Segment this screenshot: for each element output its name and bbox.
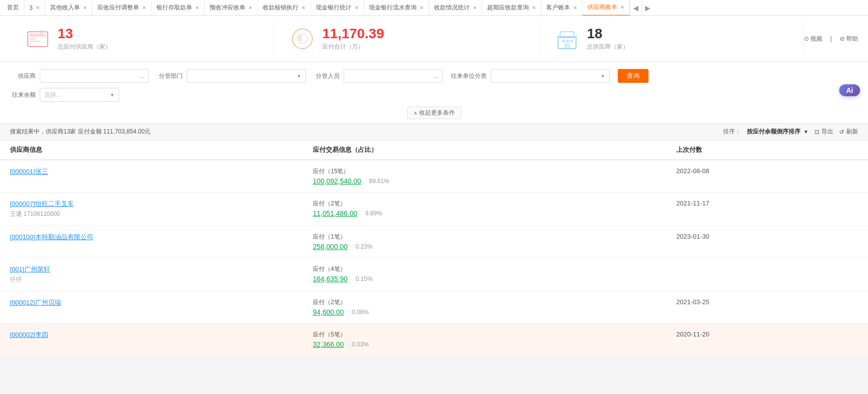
supplier-link[interactable]: [001]广州荣轩 <box>10 265 50 273</box>
svg-rect-15 <box>574 36 578 38</box>
help-icon: ⊘ <box>840 35 845 42</box>
close-icon[interactable]: ✕ <box>620 4 624 10</box>
last-payment-date: 2021-11-17 <box>676 199 710 207</box>
table-row[interactable]: [000002]李四 应付（5笔） 32,366.00 0.03% 2020-1… <box>0 324 868 356</box>
dept-label: 分管部门 <box>157 72 183 80</box>
nav-arrow-left[interactable]: ◀ <box>630 0 642 16</box>
table-body: [000001]张三 应付（15笔） 100,092,540.00 89.61%… <box>0 160 868 356</box>
balance-dropdown-icon: ▼ <box>110 92 115 98</box>
help-btn[interactable]: ⊘ 帮助 <box>840 35 858 43</box>
nav-tab-home[interactable]: 首页 <box>2 0 24 16</box>
stat-card-total-suppliers: 18 总供应商（家） <box>539 22 804 56</box>
person-input[interactable]: ... <box>344 69 443 83</box>
nav-tab-customer[interactable]: 客户账本 ✕ <box>541 0 582 16</box>
transaction-cell: 应付（2笔） 11,051,486.00 9.89% <box>313 199 676 217</box>
supplier-link[interactable]: [000001]张三 <box>10 168 48 175</box>
balance-placeholder: 选择... <box>44 91 61 99</box>
close-icon[interactable]: ✕ <box>195 5 199 10</box>
nav-tab-collection-exec[interactable]: 收款核销执行 ✕ <box>258 0 311 16</box>
transaction-row: 100,092,540.00 89.61% <box>313 177 676 185</box>
nav-tab-collection-stat[interactable]: 收款情况统计 ✕ <box>429 0 482 16</box>
nav-tab-overdue[interactable]: 超期应收款查询 ✕ <box>482 0 541 16</box>
svg-rect-10 <box>562 40 565 43</box>
category-input[interactable]: ▼ <box>491 69 610 83</box>
nav-tab-3-label: 3 <box>29 4 33 11</box>
transaction-amount[interactable]: 32,366.00 <box>313 340 344 348</box>
nav-tab-cash-bank-flow-label: 现金银行流水查询 <box>369 3 417 12</box>
last-payment-cell: 2021-11-17 <box>676 199 858 207</box>
refresh-button[interactable]: ↺ 刷新 <box>839 128 858 136</box>
nav-tab-ap-adjust[interactable]: 应收应付调整单 ✕ <box>92 0 151 16</box>
supplier-input[interactable]: ... <box>40 69 149 83</box>
supplier-info-cell: [000002]李四 <box>10 330 313 339</box>
close-icon[interactable]: ✕ <box>573 5 577 10</box>
transaction-row: 94,600.00 0.08% <box>313 308 676 316</box>
header-last-payment: 上次付数 <box>676 145 858 154</box>
transaction-percentage: 0.15% <box>356 275 372 282</box>
sort-value[interactable]: 按应付余额倒序排序 ▼ <box>747 128 808 136</box>
close-icon[interactable]: ✕ <box>532 5 536 10</box>
close-icon[interactable]: ✕ <box>473 5 477 10</box>
supplier-link[interactable]: [000002]李四 <box>10 331 48 338</box>
nav-tab-other-income-label: 其他收入单 <box>50 3 80 12</box>
result-actions: 排序： 按应付余额倒序排序 ▼ ⊡ 导出 ↺ 刷新 <box>723 128 858 136</box>
table-row[interactable]: [001]广州荣轩 仔仔 应付（4笔） 164,635.90 0.15% <box>0 258 868 291</box>
top-navigation: 首页 3 ✕ 其他收入单 ✕ 应收应付调整单 ✕ 银行存取款单 ✕ 预收冲应收单… <box>0 0 868 16</box>
close-icon[interactable]: ✕ <box>248 5 252 10</box>
filter-row-1: 供应商 ... 分管部门 ▼ 分管人员 ... 往来单位分类 <box>10 69 858 83</box>
dept-input[interactable]: ▼ <box>187 69 306 83</box>
supplier-info-cell: [000007]恒旺二手叉车 王通 17106110000 <box>10 199 313 218</box>
transaction-amount[interactable]: 94,600.00 <box>313 308 344 316</box>
transaction-amount[interactable]: 100,092,540.00 <box>313 177 361 185</box>
nav-tab-overdue-label: 超期应收款查询 <box>487 3 529 12</box>
nav-tab-cash-bank-flow[interactable]: 现金银行流水查询 ✕ <box>364 0 429 16</box>
balance-input[interactable]: 选择... ▼ <box>40 88 119 102</box>
transaction-percentage: 0.23% <box>356 243 372 250</box>
filter-item-balance: 往来余额 选择... ▼ <box>10 88 119 102</box>
nav-tab-bank-deposit[interactable]: 银行存取款单 ✕ <box>151 0 205 16</box>
supplier-link[interactable]: [000100]本特勤油品有限公司 <box>10 233 93 241</box>
export-button[interactable]: ⊡ 导出 <box>814 128 833 136</box>
video-btn[interactable]: ⊙ 视频 <box>804 35 822 43</box>
sort-dropdown-icon: ▼ <box>803 129 808 134</box>
person-label: 分管人员 <box>314 72 340 80</box>
transaction-info: 应付（1笔） 258,000.00 0.23% <box>313 233 676 251</box>
last-payment-date: 2022-08-08 <box>676 167 710 175</box>
total-suppliers-number: 18 <box>587 27 629 41</box>
svg-rect-12 <box>570 40 573 43</box>
transaction-info: 应付（4笔） 164,635.90 0.15% <box>313 265 676 283</box>
supplier-link[interactable]: [000007]恒旺二手叉车 <box>10 200 74 207</box>
transaction-amount[interactable]: 258,000.00 <box>313 243 348 251</box>
nav-tab-collection-stat-label: 收款情况统计 <box>434 3 470 12</box>
close-icon[interactable]: ✕ <box>420 5 424 10</box>
nav-tab-3[interactable]: 3 ✕ <box>24 0 45 16</box>
table-row[interactable]: [000012]广州贝瑞 应付（2笔） 94,600.00 0.08% 2021… <box>0 291 868 324</box>
supplier-link[interactable]: [000012]广州贝瑞 <box>10 299 61 306</box>
transaction-amount[interactable]: 11,051,486.00 <box>313 209 358 217</box>
close-icon[interactable]: ✕ <box>83 5 87 10</box>
payable-amount-label: 应付合计（万） <box>322 43 384 51</box>
stat-info-amount: 11,170.39 应付合计（万） <box>322 27 384 51</box>
dept-dropdown-icon: ▼ <box>296 73 301 79</box>
nav-tab-advance-collect[interactable]: 预收冲应收单 ✕ <box>205 0 258 16</box>
supplier-info-cell: [000001]张三 <box>10 167 313 176</box>
table-row[interactable]: [000100]本特勤油品有限公司 应付（1笔） 258,000.00 0.23… <box>0 226 868 258</box>
table-row[interactable]: [000007]恒旺二手叉车 王通 17106110000 应付（2笔） 11,… <box>0 193 868 226</box>
query-button[interactable]: 查询 <box>618 69 649 83</box>
close-icon[interactable]: ✕ <box>142 5 146 10</box>
nav-tab-supplier-account[interactable]: 供应商账本 ✕ <box>582 0 630 16</box>
close-icon[interactable]: ✕ <box>301 5 305 10</box>
table-row[interactable]: [000001]张三 应付（15笔） 100,092,540.00 89.61%… <box>0 160 868 193</box>
ai-badge[interactable]: Ai <box>839 84 860 96</box>
total-suppliers-icon <box>554 26 580 52</box>
transaction-amount[interactable]: 164,635.90 <box>313 275 348 283</box>
nav-tab-cash-bank-stat[interactable]: 现金银行统计 ✕ <box>311 0 364 16</box>
nav-tab-bank-deposit-label: 银行存取款单 <box>156 3 192 12</box>
transaction-percentage: 9.89% <box>365 210 382 217</box>
nav-arrow-right[interactable]: ▶ <box>642 0 653 16</box>
close-icon[interactable]: ✕ <box>355 5 359 10</box>
transaction-cell: 应付（15笔） 100,092,540.00 89.61% <box>313 167 676 185</box>
collapse-button[interactable]: ∧ 收起更多条件 <box>407 107 461 119</box>
close-icon[interactable]: ✕ <box>36 5 40 10</box>
nav-tab-other-income[interactable]: 其他收入单 ✕ <box>45 0 92 16</box>
